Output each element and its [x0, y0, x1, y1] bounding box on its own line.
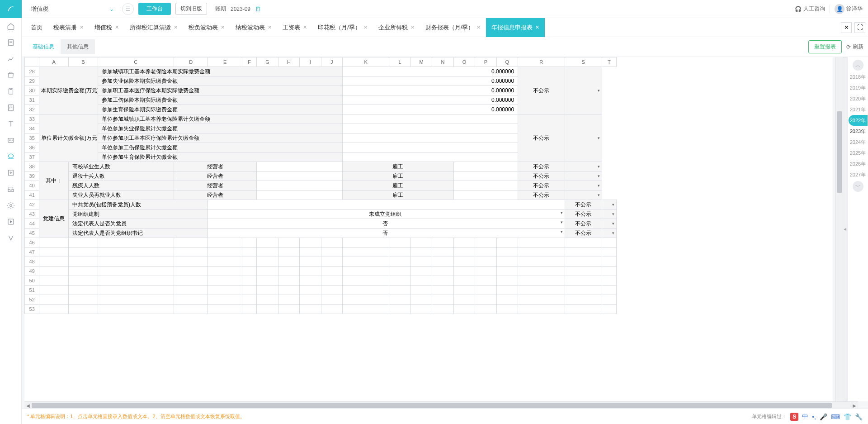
col-header[interactable]: E: [208, 57, 242, 67]
cell[interactable]: [565, 114, 602, 162]
cell[interactable]: [278, 305, 299, 314]
cell[interactable]: [69, 238, 98, 248]
tab-5[interactable]: 纳税波动表✕: [230, 18, 277, 37]
cell[interactable]: [410, 295, 432, 305]
tab-6[interactable]: 工资表✕: [277, 18, 312, 37]
ime-lang-icon[interactable]: 中: [802, 413, 808, 421]
cell[interactable]: [475, 248, 496, 257]
tab-8[interactable]: 企业所得税✕: [373, 18, 420, 37]
col-header[interactable]: P: [475, 57, 496, 67]
row-header[interactable]: 48: [25, 257, 39, 267]
cell[interactable]: 经营者: [174, 162, 256, 172]
cell[interactable]: [565, 305, 602, 314]
cell[interactable]: 残疾人人数: [69, 181, 174, 191]
cell[interactable]: [565, 257, 602, 267]
cell[interactable]: 参加生育保险本期实际缴费金额: [98, 105, 342, 114]
round-menu-button[interactable]: ☰: [122, 3, 134, 15]
cell[interactable]: [300, 248, 321, 257]
nav-export-icon[interactable]: [0, 165, 22, 181]
cell[interactable]: [389, 305, 410, 314]
cell[interactable]: [278, 286, 299, 295]
cell[interactable]: [602, 229, 616, 238]
cell[interactable]: [300, 305, 321, 314]
cell[interactable]: [278, 295, 299, 305]
row-header[interactable]: 46: [25, 238, 39, 248]
horizontal-scrollbar-thumb[interactable]: [32, 403, 832, 408]
user-menu[interactable]: 👤徐泽华: [835, 4, 863, 14]
row-header[interactable]: 30: [25, 86, 39, 95]
cell[interactable]: [39, 257, 69, 267]
cell[interactable]: 0.000000: [342, 105, 518, 114]
cell[interactable]: [475, 286, 496, 295]
cell[interactable]: 雇工: [342, 181, 453, 191]
cell[interactable]: [98, 295, 174, 305]
hscroll-left-icon[interactable]: ◀: [24, 402, 32, 409]
year-item[interactable]: 2018年: [849, 71, 868, 82]
cell[interactable]: [300, 286, 321, 295]
cell[interactable]: [39, 248, 69, 257]
cell[interactable]: 0.000000: [342, 95, 518, 105]
cell[interactable]: [565, 181, 602, 191]
col-header[interactable]: M: [410, 57, 432, 67]
tab-close-icon[interactable]: ✕: [303, 24, 307, 30]
tab-10[interactable]: 年报信息申报表✕: [486, 18, 545, 37]
col-header[interactable]: N: [432, 57, 453, 67]
panel-expand-handle[interactable]: ◀: [843, 57, 847, 401]
vertical-scrollbar-thumb[interactable]: [837, 111, 842, 193]
tab-close-icon[interactable]: ✕: [410, 24, 415, 30]
cell[interactable]: [242, 267, 256, 276]
cell[interactable]: [518, 286, 565, 295]
tab-close-icon[interactable]: ✕: [476, 24, 481, 30]
cell[interactable]: 退役士兵人数: [69, 172, 174, 181]
tab-close-icon[interactable]: ✕: [535, 24, 539, 30]
cell[interactable]: [432, 305, 453, 314]
tab-close-all-button[interactable]: ✕: [841, 22, 852, 33]
year-item[interactable]: 2023年: [849, 126, 868, 137]
nav-bag-icon[interactable]: [0, 67, 22, 83]
cell[interactable]: [242, 276, 256, 286]
cell[interactable]: [410, 238, 432, 248]
row-header[interactable]: 32: [25, 105, 39, 114]
cell[interactable]: [496, 238, 518, 248]
cell[interactable]: [342, 286, 389, 295]
cell[interactable]: 0.000000: [342, 76, 518, 86]
cell[interactable]: [432, 295, 453, 305]
col-header[interactable]: S: [565, 57, 602, 67]
row-header[interactable]: 37: [25, 152, 39, 162]
tab-close-icon[interactable]: ✕: [363, 24, 368, 30]
cell[interactable]: [565, 286, 602, 295]
row-header[interactable]: 50: [25, 276, 39, 286]
row-header[interactable]: 38: [25, 162, 39, 172]
cell[interactable]: 法定代表人是否为党员: [69, 219, 208, 229]
cell[interactable]: [242, 257, 256, 267]
cell[interactable]: [342, 295, 389, 305]
cell[interactable]: [432, 286, 453, 295]
cell[interactable]: [518, 267, 565, 276]
row-header[interactable]: 33: [25, 114, 39, 124]
cell[interactable]: 参加城镇职工基本养老保险本期实际缴费金额: [98, 67, 342, 76]
col-header[interactable]: H: [278, 57, 299, 67]
cell[interactable]: [453, 257, 475, 267]
tab-expand-button[interactable]: ⛶: [854, 22, 865, 33]
workspace-button[interactable]: 工作台: [138, 3, 171, 15]
cell[interactable]: 党组织建制: [69, 210, 208, 219]
cell[interactable]: [174, 286, 208, 295]
cell[interactable]: [69, 267, 98, 276]
cell[interactable]: [321, 305, 342, 314]
cell[interactable]: [565, 191, 602, 200]
cell[interactable]: [321, 276, 342, 286]
refresh-button[interactable]: ⟳刷新: [846, 40, 863, 53]
col-header[interactable]: O: [453, 57, 475, 67]
cell[interactable]: 不公示: [565, 200, 602, 210]
cell[interactable]: [278, 248, 299, 257]
cell[interactable]: [321, 286, 342, 295]
cell[interactable]: [518, 305, 565, 314]
cell[interactable]: [496, 295, 518, 305]
cell[interactable]: [257, 276, 278, 286]
cell[interactable]: [453, 181, 518, 191]
cell[interactable]: [565, 248, 602, 257]
row-header[interactable]: 44: [25, 219, 39, 229]
cell[interactable]: [602, 219, 616, 229]
cell[interactable]: [453, 267, 475, 276]
year-down-button[interactable]: ﹀: [853, 181, 863, 192]
